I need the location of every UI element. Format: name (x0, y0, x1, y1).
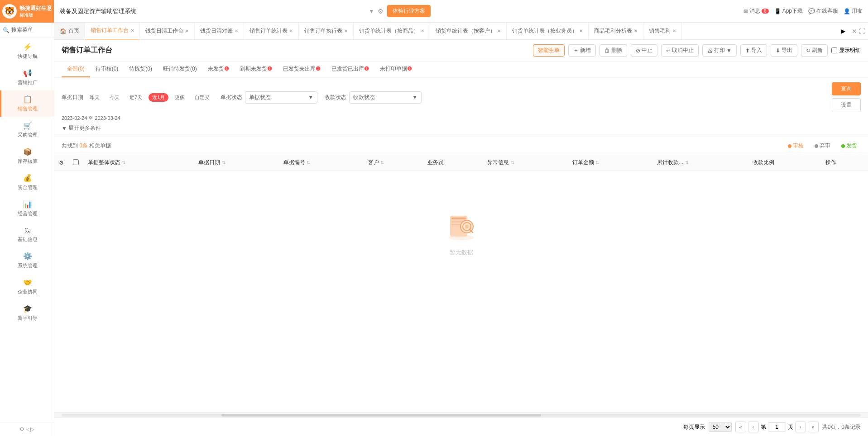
date-btn-1month[interactable]: 近1月 (149, 93, 168, 102)
message-action[interactable]: ✉ 消息 6 (743, 7, 769, 15)
sort-collected[interactable]: ⇅ (685, 160, 689, 165)
app-download-action[interactable]: 📱 App下载 (774, 7, 803, 15)
user-action[interactable]: 👤 用友 (844, 7, 863, 15)
subtab-pending-review[interactable]: 待审核(0) (90, 62, 124, 77)
tab-sales-summary-product[interactable]: 销货单统计表（按商品） ✕ (354, 23, 430, 40)
online-service-action[interactable]: 💬 在线客服 (808, 7, 838, 15)
subtab-shipped-not-warehoused[interactable]: 已发货未出库❶ (278, 62, 326, 77)
tab-home[interactable]: 🏠 首页 (54, 23, 85, 40)
date-btn-more[interactable]: 更多 (171, 93, 188, 102)
first-page-btn[interactable]: « (735, 422, 746, 432)
tab-sales-summary-customer[interactable]: 销货单统计表（按客户） ✕ (430, 23, 507, 40)
last-page-btn[interactable]: » (808, 422, 819, 432)
tab-close-sales-stat[interactable]: ✕ (289, 28, 293, 33)
subtab-all[interactable]: 全部(0) (62, 62, 90, 77)
tab-sales-profit[interactable]: 销售毛利 ✕ (643, 23, 682, 40)
add-btn[interactable]: ＋ 新增 (568, 44, 596, 57)
sidebar-item-sales[interactable]: 📋 销售管理 (0, 90, 54, 117)
sidebar-search[interactable]: 🔍 搜索菜单 (0, 23, 54, 38)
date-btn-7days[interactable]: 近7天 (126, 93, 146, 102)
sort-status[interactable]: ⇅ (122, 160, 125, 165)
tab-close-sales-exec[interactable]: ✕ (344, 28, 348, 33)
tab-cash-daily[interactable]: 钱货日清工作台 ✕ (140, 23, 195, 40)
sidebar-item-newbie[interactable]: 🎓 新手引导 (0, 300, 54, 326)
page-header: 销售订单工作台 智能生单 ＋ 新增 🗑 删除 ⊘ 中止 ↩ 取消中止 🖨 打印 … (54, 40, 868, 62)
industry-btn[interactable]: 体验行业方案 (387, 5, 431, 17)
sidebar-item-purchase[interactable]: 🛒 采购管理 (0, 117, 54, 143)
purchase-icon: 🛒 (23, 121, 32, 130)
subtab-not-printed[interactable]: 未打印单据❶ (374, 62, 417, 77)
review-btn[interactable]: 审核 (784, 141, 807, 151)
collapse-icon[interactable]: ◁▷ (26, 426, 34, 432)
tab-margin[interactable]: 商品毛利分析表 ✕ (589, 23, 643, 40)
payment-select[interactable]: 收款状态 ▼ (349, 91, 422, 104)
tab-cash-reconcile[interactable]: 钱货日清对账 ✕ (195, 23, 244, 40)
th-settings[interactable]: ⚙ (54, 155, 68, 171)
ship-btn[interactable]: 发货 (838, 141, 861, 151)
subtab-expired-not-shipped[interactable]: 到期未发货❶ (235, 62, 278, 77)
sort-customer[interactable]: ⇅ (380, 160, 384, 165)
tab-close-cash-daily[interactable]: ✕ (185, 28, 189, 33)
settings-topbar-icon[interactable]: ⚙ (378, 8, 384, 15)
scroll-thumb[interactable] (221, 414, 541, 417)
tab-close-all[interactable]: ✕ (852, 28, 857, 35)
show-detail-checkbox[interactable] (831, 47, 837, 53)
next-page-btn[interactable]: › (795, 422, 806, 432)
date-btn-custom[interactable]: 自定义 (191, 93, 213, 102)
tab-expand[interactable]: ⛶ (859, 28, 865, 35)
cancel-stop-btn[interactable]: ↩ 取消中止 (661, 44, 699, 57)
prev-page-btn[interactable]: ‹ (748, 422, 759, 432)
sort-exception[interactable]: ⇅ (511, 160, 514, 165)
horizontal-scrollbar[interactable] (54, 412, 868, 417)
stop-btn[interactable]: ⊘ 中止 (631, 44, 657, 57)
delete-btn[interactable]: 🗑 删除 (599, 44, 627, 57)
sidebar-item-enterprise[interactable]: 🤝 企业协同 (0, 274, 54, 300)
svg-point-8 (465, 225, 469, 228)
tab-sales-summary-staff[interactable]: 销货单统计表（按业务员） ✕ (507, 23, 589, 40)
export-btn[interactable]: ⬇ 导出 (771, 44, 797, 57)
date-btn-yesterday[interactable]: 昨天 (86, 93, 103, 102)
tab-close-cash-reconcile[interactable]: ✕ (235, 28, 238, 33)
cancel-review-btn[interactable]: 弃审 (811, 141, 834, 151)
query-btn[interactable]: 查询 (832, 82, 861, 95)
page-input[interactable] (768, 422, 786, 431)
subtab-pending-inspect[interactable]: 待拣货(0) (124, 62, 158, 77)
tab-sales-exec[interactable]: 销售订单执行表 ✕ (299, 23, 354, 40)
tab-close-sales-profit[interactable]: ✕ (672, 28, 676, 33)
sort-amount[interactable]: ⇅ (595, 160, 599, 165)
import-btn[interactable]: ⬆ 导入 (740, 44, 767, 57)
settings-icon[interactable]: ⚙ (19, 426, 24, 432)
show-detail-toggle[interactable]: 显示明细 (831, 47, 861, 54)
th-checkbox[interactable] (68, 155, 83, 171)
tab-overflow[interactable]: ▶ (838, 28, 849, 34)
subtab-shipped-warehoused[interactable]: 已发货已出库❶ (326, 62, 374, 77)
print-btn[interactable]: 🖨 打印 ▼ (702, 44, 737, 57)
tab-close-sales-workbench[interactable]: ✕ (130, 28, 134, 33)
sort-date[interactable]: ⇅ (222, 160, 225, 165)
sidebar-item-operations[interactable]: 📊 经营管理 (0, 195, 54, 222)
sidebar-item-marketing[interactable]: 📢 营销推广 (0, 64, 54, 90)
subtab-not-shipped[interactable]: 未发货❶ (202, 62, 235, 77)
tab-close-margin[interactable]: ✕ (634, 28, 638, 33)
sidebar-item-base[interactable]: 🗂 基础信息 (0, 222, 54, 247)
select-all-checkbox[interactable] (73, 159, 79, 165)
setting-btn[interactable]: 设置 (832, 98, 861, 112)
tab-sales-stat[interactable]: 销售订单统计表 ✕ (244, 23, 299, 40)
page-size-select[interactable]: 50 20 100 (709, 422, 732, 432)
smart-create-btn[interactable]: 智能生单 (533, 44, 565, 57)
sort-number[interactable]: ⇅ (307, 160, 310, 165)
tab-close-summary-customer[interactable]: ✕ (497, 28, 501, 33)
date-btn-today[interactable]: 今天 (106, 93, 123, 102)
sidebar-item-finance[interactable]: 💰 资金管理 (0, 169, 54, 195)
status-select[interactable]: 单据状态 ▼ (245, 91, 317, 104)
tab-close-summary-product[interactable]: ✕ (421, 28, 424, 33)
expand-btn[interactable]: ▼ 展开更多条件 (62, 124, 861, 132)
refresh-btn[interactable]: ↻ 刷新 (801, 44, 828, 57)
subtab-wangpu[interactable]: 旺铺待发货(0) (158, 62, 202, 77)
sidebar-item-quick[interactable]: ⚡ 快捷导航 (0, 38, 54, 64)
sidebar-item-system[interactable]: ⚙️ 系统管理 (0, 247, 54, 274)
sidebar-item-inventory[interactable]: 📦 库存核算 (0, 143, 54, 169)
dropdown-icon[interactable]: ▼ (369, 8, 374, 14)
tab-close-summary-staff[interactable]: ✕ (579, 28, 583, 33)
tab-sales-workbench[interactable]: 销售订单工作台 ✕ (85, 23, 140, 40)
